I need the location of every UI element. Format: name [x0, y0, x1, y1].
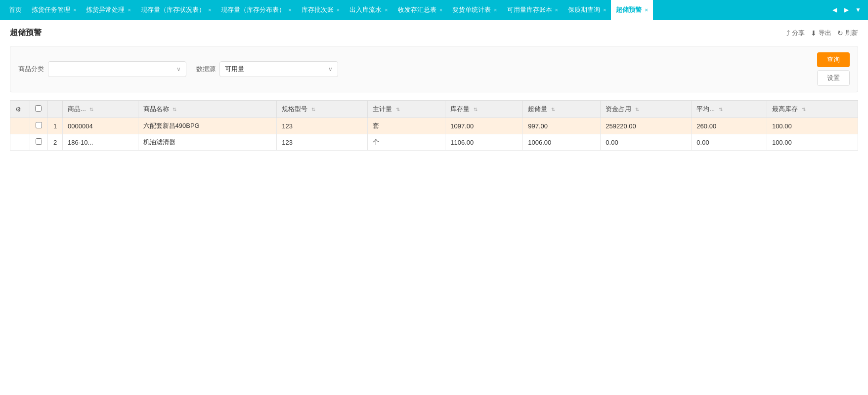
td-unit-row-1: 个	[368, 134, 445, 151]
sort-product-name-icon: ⇅	[173, 107, 176, 112]
sort-capital-icon: ⇅	[635, 107, 639, 112]
nav-tab-9[interactable]: 可用量库存账本×	[502, 0, 563, 20]
datasource-select[interactable]: 可用量 ∨	[219, 61, 338, 77]
table-row: 2186-10...机油滤清器123个1106.001006.000.000.0…	[10, 134, 858, 151]
col-avg[interactable]: 平均... ⇅	[692, 101, 767, 118]
td-avg-row-0: 260.00	[692, 118, 767, 134]
data-table: ⚙ 商品... ⇅ 商品名称 ⇅ 规格型号 ⇅	[10, 100, 858, 151]
refresh-action[interactable]: ↻ 刷新	[837, 29, 858, 38]
refresh-icon: ↻	[837, 29, 843, 37]
td-stock-row-1: 1106.00	[445, 134, 523, 151]
td-product-code-row-1: 186-10...	[63, 134, 138, 151]
col-unit[interactable]: 主计量 ⇅	[368, 101, 445, 118]
td-checkbox-row-0[interactable]	[30, 118, 48, 134]
col-product-name-label: 商品名称	[143, 105, 169, 113]
nav-tab-close-9[interactable]: ×	[555, 7, 558, 13]
nav-tab-close-10[interactable]: ×	[603, 7, 606, 13]
td-rownum-row-1: 2	[48, 134, 63, 151]
datasource-filter-group: 数据源 可用量 ∨	[196, 61, 338, 77]
col-checkbox[interactable]	[30, 101, 48, 118]
col-overstock-label: 超储量	[528, 105, 547, 113]
sort-stock-icon: ⇅	[474, 107, 477, 112]
nav-tab-5[interactable]: 库存批次账×	[297, 0, 345, 20]
nav-tab-8[interactable]: 要货单统计表×	[447, 0, 502, 20]
col-unit-label: 主计量	[373, 105, 392, 113]
nav-tab-3[interactable]: 现存量（库存状况表）×	[136, 0, 216, 20]
table-header: ⚙ 商品... ⇅ 商品名称 ⇅ 规格型号 ⇅	[10, 101, 858, 118]
nav-tab-close-6[interactable]: ×	[385, 7, 388, 13]
category-chevron-icon: ∨	[176, 66, 181, 73]
nav-tab-close-5[interactable]: ×	[337, 7, 340, 13]
td-unit-row-0: 套	[368, 118, 445, 134]
top-nav: 首页拣货任务管理×拣货异常处理×现存量（库存状况表）×现存量（库存分布表）×库存…	[0, 0, 868, 20]
export-action[interactable]: ⬇ 导出	[811, 29, 831, 38]
td-actions-row-0[interactable]	[10, 118, 30, 134]
td-spec-row-1: 123	[277, 134, 368, 151]
col-capital-label: 资金占用	[606, 105, 631, 113]
sort-unit-icon: ⇅	[396, 107, 400, 112]
share-action[interactable]: ⤴ 分享	[786, 29, 805, 38]
td-product-name-row-0: 六配套新昌490BPG	[138, 118, 277, 134]
col-overstock[interactable]: 超储量 ⇅	[523, 101, 601, 118]
row-checkbox-0[interactable]	[36, 122, 42, 128]
nav-tab-4[interactable]: 现存量（库存分布表）×	[216, 0, 296, 20]
sort-spec-icon: ⇅	[311, 107, 315, 112]
nav-tab-close-7[interactable]: ×	[439, 7, 442, 13]
page-title: 超储预警	[10, 28, 42, 38]
col-rownum	[48, 101, 63, 118]
td-checkbox-row-1[interactable]	[30, 134, 48, 151]
query-button[interactable]: 查询	[817, 52, 850, 67]
td-actions-row-1[interactable]	[10, 134, 30, 151]
td-spec-row-0: 123	[277, 118, 368, 134]
sort-overstock-icon: ⇅	[551, 107, 555, 112]
td-product-code-row-0: 0000004	[63, 118, 138, 134]
nav-tab-6[interactable]: 出入库流水×	[345, 0, 392, 20]
td-max-stock-row-0: 100.00	[767, 118, 858, 134]
nav-tab-10[interactable]: 保质期查询×	[563, 0, 611, 20]
category-label: 商品分类	[18, 65, 44, 74]
td-overstock-row-1: 1006.00	[523, 134, 601, 151]
table-body: 10000004六配套新昌490BPG123套1097.00997.002592…	[10, 118, 858, 151]
col-gear[interactable]: ⚙	[10, 101, 30, 118]
col-max-stock-label: 最高库存	[772, 105, 798, 113]
col-spec[interactable]: 规格型号 ⇅	[277, 101, 368, 118]
gear-icon: ⚙	[15, 106, 21, 113]
nav-tab-close-8[interactable]: ×	[494, 7, 497, 13]
nav-prev-arrow[interactable]: ◀	[828, 0, 840, 20]
row-checkbox-1[interactable]	[36, 138, 42, 145]
filter-bar: 商品分类 ∨ 数据源 可用量 ∨ 查询 设置	[10, 46, 858, 92]
td-stock-row-0: 1097.00	[445, 118, 523, 134]
td-overstock-row-0: 997.00	[523, 118, 601, 134]
nav-tab-7[interactable]: 收发存汇总表×	[393, 0, 447, 20]
nav-tab-1[interactable]: 拣货任务管理×	[27, 0, 81, 20]
col-capital[interactable]: 资金占用 ⇅	[601, 101, 692, 118]
nav-tab-2[interactable]: 拣货异常处理×	[81, 0, 135, 20]
td-max-stock-row-1: 100.00	[767, 134, 858, 151]
td-capital-row-0: 259220.00	[601, 118, 692, 134]
col-avg-label: 平均...	[696, 105, 715, 113]
nav-tab-close-11[interactable]: ×	[645, 7, 648, 13]
col-product-code[interactable]: 商品... ⇅	[63, 101, 138, 118]
page-content: 超储预警 ⤴ 分享 ⬇ 导出 ↻ 刷新 商品分类 ∨ 数据源	[0, 20, 868, 395]
settings-button[interactable]: 设置	[817, 70, 850, 86]
category-select[interactable]: ∨	[48, 61, 186, 77]
nav-tab-close-4[interactable]: ×	[288, 7, 291, 13]
nav-tab-11[interactable]: 超储预警×	[611, 0, 652, 20]
select-all-checkbox[interactable]	[35, 105, 42, 112]
td-rownum-row-0: 1	[48, 118, 63, 134]
col-max-stock[interactable]: 最高库存 ⇅	[767, 101, 858, 118]
nav-tab-0[interactable]: 首页	[4, 0, 27, 20]
nav-next-arrow[interactable]: ▶	[840, 0, 852, 20]
td-avg-row-1: 0.00	[692, 134, 767, 151]
sort-max-stock-icon: ⇅	[802, 107, 806, 112]
nav-more-arrow[interactable]: ▼	[852, 0, 864, 20]
nav-tab-close-1[interactable]: ×	[73, 7, 76, 13]
datasource-value: 可用量	[225, 65, 244, 74]
page-header: 超储预警 ⤴ 分享 ⬇ 导出 ↻ 刷新	[10, 28, 858, 38]
col-stock[interactable]: 库存量 ⇅	[445, 101, 523, 118]
col-product-name[interactable]: 商品名称 ⇅	[138, 101, 277, 118]
table-row: 10000004六配套新昌490BPG123套1097.00997.002592…	[10, 118, 858, 134]
nav-tab-close-3[interactable]: ×	[208, 7, 211, 13]
td-product-name-row-1: 机油滤清器	[138, 134, 277, 151]
nav-tab-close-2[interactable]: ×	[128, 7, 130, 13]
